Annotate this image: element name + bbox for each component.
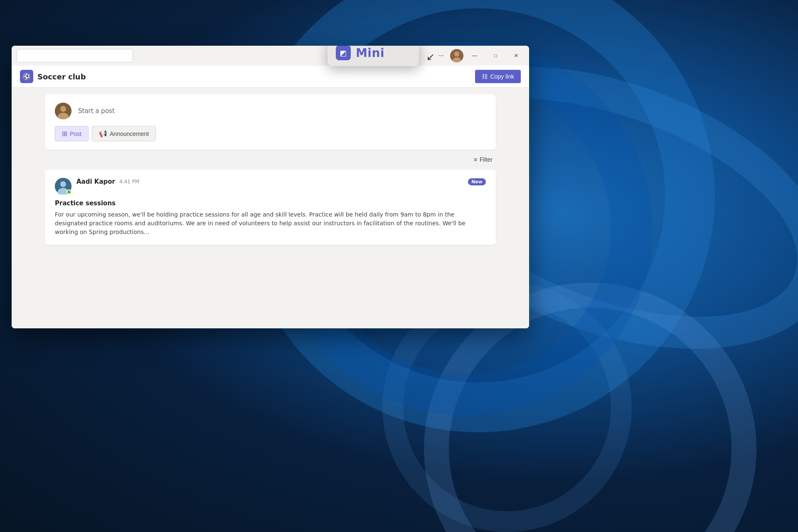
user-avatar-header[interactable] xyxy=(450,49,463,62)
minimize-button[interactable]: — xyxy=(465,49,484,62)
feed-area: Start a post ⊞ Post 📢 Announcement ≡ xyxy=(12,88,529,328)
app-window: ◩ Mini ↙ ··· — □ ✕ ⚽ xyxy=(12,46,529,328)
announcement-action-button[interactable]: 📢 Announcement xyxy=(92,126,156,141)
filter-row: ≡ Filter xyxy=(45,155,496,165)
post-meta: Aadi Kapor 4:41 PM New xyxy=(76,178,486,185)
copy-link-label: Copy link xyxy=(490,73,514,80)
maximize-button[interactable]: □ xyxy=(486,49,505,62)
announcement-icon: 📢 xyxy=(99,130,107,138)
channel-header: ⚽ Soccer club ⛓ Copy link xyxy=(12,66,529,88)
channel-name-container: ⚽ Soccer club xyxy=(20,70,86,83)
window-controls: ··· — □ ✕ xyxy=(433,49,526,62)
search-input[interactable] xyxy=(17,49,133,62)
post-icon: ⊞ xyxy=(62,130,67,138)
mini-popup-label: Mini xyxy=(356,46,384,60)
post-author-name: Aadi Kapor xyxy=(76,178,115,185)
close-button[interactable]: ✕ xyxy=(507,49,526,62)
post-label: Post xyxy=(70,131,81,137)
channel-name-label: Soccer club xyxy=(37,72,86,81)
copy-link-button[interactable]: ⛓ Copy link xyxy=(475,70,521,83)
channel-icon: ⚽ xyxy=(20,70,33,83)
filter-label: Filter xyxy=(480,156,493,163)
post-body: For our upcoming season, we'll be holdin… xyxy=(55,210,486,236)
content-area: ⚽ Soccer club ⛓ Copy link xyxy=(12,66,529,328)
announcement-label: Announcement xyxy=(110,131,149,137)
more-options-button[interactable]: ··· xyxy=(433,49,448,62)
post-action-button[interactable]: ⊞ Post xyxy=(55,126,89,141)
post-header: Aadi Kapor 4:41 PM New xyxy=(55,178,486,195)
current-user-avatar xyxy=(55,103,71,119)
svg-point-9 xyxy=(60,181,66,187)
post-author-row: Aadi Kapor 4:41 PM New xyxy=(76,178,486,185)
mini-popup: ◩ Mini ↙ xyxy=(328,46,419,66)
start-post-card: Start a post ⊞ Post 📢 Announcement xyxy=(45,94,496,150)
post-time: 4:41 PM xyxy=(119,179,139,185)
new-badge: New xyxy=(468,178,486,185)
svg-point-6 xyxy=(60,106,66,112)
svg-point-1 xyxy=(454,52,459,57)
post-card: Aadi Kapor 4:41 PM New Practice sessions… xyxy=(45,170,496,245)
filter-button[interactable]: ≡ Filter xyxy=(470,155,496,165)
svg-text:⚽: ⚽ xyxy=(24,74,30,80)
filter-icon: ≡ xyxy=(474,156,477,163)
start-post-placeholder[interactable]: Start a post xyxy=(78,107,115,115)
post-title: Practice sessions xyxy=(55,200,486,207)
post-author-avatar xyxy=(55,178,71,195)
online-indicator xyxy=(66,190,71,195)
start-post-row: Start a post xyxy=(55,103,486,119)
mini-popup-icon: ◩ xyxy=(336,46,351,60)
post-actions: ⊞ Post 📢 Announcement xyxy=(55,126,486,141)
copy-link-icon: ⛓ xyxy=(482,73,488,80)
